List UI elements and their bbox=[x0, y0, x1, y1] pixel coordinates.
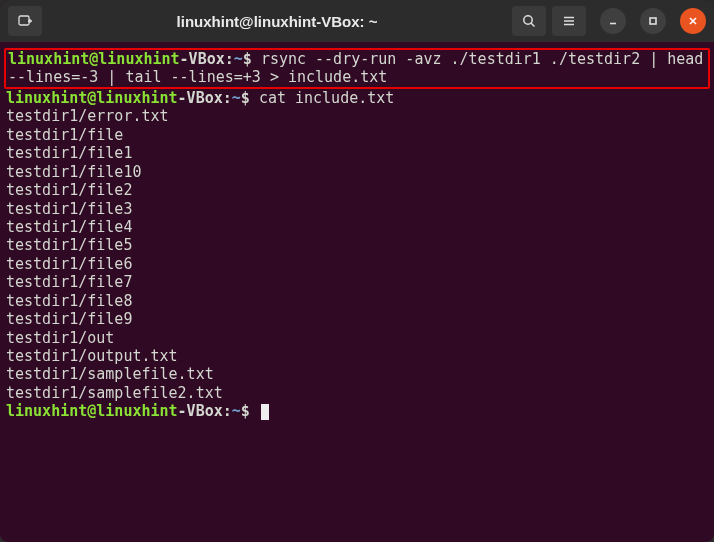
svg-rect-2 bbox=[650, 18, 656, 24]
prompt-host-suffix: -VBox bbox=[178, 89, 223, 107]
minimize-icon bbox=[607, 15, 619, 27]
prompt-path: ~ bbox=[232, 89, 241, 107]
prompt-symbol: $ bbox=[243, 50, 252, 68]
output-line: testdir1/samplefile.txt bbox=[6, 365, 708, 383]
output-line: testdir1/file8 bbox=[6, 292, 708, 310]
output-line: testdir1/file2 bbox=[6, 181, 708, 199]
output-line: testdir1/output.txt bbox=[6, 347, 708, 365]
prompt-user: linuxhint@linuxhint bbox=[8, 50, 180, 68]
command-2-text: cat include.txt bbox=[259, 89, 394, 107]
window-title: linuxhint@linuxhint-VBox: ~ bbox=[48, 13, 506, 30]
output-line: testdir1/out bbox=[6, 329, 708, 347]
prompt-host-suffix: -VBox bbox=[180, 50, 225, 68]
output-line: testdir1/file6 bbox=[6, 255, 708, 273]
prompt-user: linuxhint@linuxhint bbox=[6, 402, 178, 420]
maximize-button[interactable] bbox=[640, 8, 666, 34]
output-line: testdir1/file5 bbox=[6, 236, 708, 254]
output-line: testdir1/file10 bbox=[6, 163, 708, 181]
prompt-colon: : bbox=[225, 50, 234, 68]
prompt-symbol: $ bbox=[241, 89, 250, 107]
close-button[interactable] bbox=[680, 8, 706, 34]
terminal-window: linuxhint@linuxhint-VBox: ~ bbox=[0, 0, 714, 542]
prompt-user: linuxhint@linuxhint bbox=[6, 89, 178, 107]
prompt-colon: : bbox=[223, 89, 232, 107]
search-button[interactable] bbox=[512, 6, 546, 36]
prompt-symbol: $ bbox=[241, 402, 250, 420]
output-line: testdir1/samplefile2.txt bbox=[6, 384, 708, 402]
prompt-line-3: linuxhint@linuxhint-VBox:~$ bbox=[6, 402, 708, 420]
svg-rect-0 bbox=[19, 16, 29, 25]
cursor bbox=[261, 404, 269, 420]
menu-button[interactable] bbox=[552, 6, 586, 36]
hamburger-icon bbox=[561, 13, 577, 29]
new-tab-button[interactable] bbox=[8, 6, 42, 36]
output-line: testdir1/file1 bbox=[6, 144, 708, 162]
minimize-button[interactable] bbox=[600, 8, 626, 34]
terminal-body[interactable]: linuxhint@linuxhint-VBox:~$ rsync --dry-… bbox=[0, 42, 714, 542]
highlighted-command: linuxhint@linuxhint-VBox:~$ rsync --dry-… bbox=[4, 48, 710, 89]
close-icon bbox=[687, 15, 699, 27]
output-line: testdir1/file4 bbox=[6, 218, 708, 236]
output-line: testdir1/file7 bbox=[6, 273, 708, 291]
prompt-path: ~ bbox=[234, 50, 243, 68]
prompt-colon: : bbox=[223, 402, 232, 420]
maximize-icon bbox=[647, 15, 659, 27]
output-line: testdir1/file3 bbox=[6, 200, 708, 218]
output-line: testdir1/error.txt bbox=[6, 107, 708, 125]
prompt-line-2: linuxhint@linuxhint-VBox:~$ cat include.… bbox=[6, 89, 708, 107]
output-line: testdir1/file bbox=[6, 126, 708, 144]
search-icon bbox=[521, 13, 537, 29]
output-line: testdir1/file9 bbox=[6, 310, 708, 328]
new-tab-icon bbox=[17, 13, 33, 29]
prompt-path: ~ bbox=[232, 402, 241, 420]
svg-point-1 bbox=[524, 16, 532, 24]
prompt-host-suffix: -VBox bbox=[178, 402, 223, 420]
prompt-line-1: linuxhint@linuxhint-VBox:~$ rsync --dry-… bbox=[8, 50, 706, 87]
titlebar: linuxhint@linuxhint-VBox: ~ bbox=[0, 0, 714, 42]
